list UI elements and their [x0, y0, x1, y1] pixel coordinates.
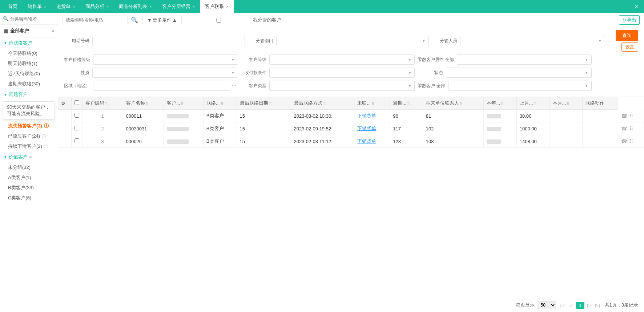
sidebar-item-c-class[interactable]: C类客户(6) [0, 193, 58, 203]
payment-select[interactable]: ▼ [269, 68, 415, 78]
search-input[interactable] [63, 16, 128, 24]
settings-button[interactable]: 设置 [621, 42, 638, 52]
cell-last-method[interactable]: 下销货单 [354, 122, 390, 135]
region-more-dots[interactable]: ··· [230, 82, 238, 89]
settings-icon[interactable]: ⚙ [61, 101, 65, 106]
sidebar-all-customers[interactable]: ▦ 全部客户 « [0, 25, 58, 37]
nature-select[interactable]: ▼ [92, 68, 238, 78]
status-select[interactable]: ▼ [446, 68, 592, 78]
sidebar-group-pending-header[interactable]: ▼ 待联络客户 [0, 37, 58, 48]
th-this-month[interactable]: 本月...⇅ [550, 97, 583, 110]
cell-type: B类客户 [203, 122, 237, 135]
th-settings[interactable]: ⚙ [58, 97, 71, 110]
more-conditions-btn[interactable]: ▼ 更多条件 ▲ [147, 17, 177, 23]
th-name[interactable]: 客户名称⇅ [123, 97, 164, 110]
query-button[interactable]: 查询 [616, 30, 638, 41]
nav-purchase-close[interactable]: × [73, 4, 75, 9]
sidebar-item-ungrouped[interactable]: 未分组(32) [0, 162, 58, 173]
person-select[interactable]: ▼ [460, 36, 605, 46]
current-page[interactable]: 1 [576, 302, 584, 309]
nav-goods-list[interactable]: 商品分析列表 × [114, 0, 157, 13]
nav-home[interactable]: 首页 [3, 0, 23, 13]
nav-sales[interactable]: 销售单 × [23, 0, 51, 13]
sidebar-item-b-class[interactable]: B类客户(33) [0, 183, 58, 193]
nav-customer-contact-close[interactable]: × [226, 4, 228, 9]
nav-sales-close[interactable]: × [44, 4, 46, 9]
nav-goods-analysis[interactable]: 商品分析 × [80, 0, 114, 13]
th-type[interactable]: 客户...⇅ [164, 97, 203, 110]
customer-level-select[interactable]: ▼ [269, 54, 415, 65]
export-button[interactable]: ↻ 导出 [619, 15, 640, 25]
cell-last-method[interactable]: 下销货单 [354, 110, 390, 122]
search-button[interactable]: 🔍 [131, 17, 138, 24]
th-last-date[interactable]: 最后联络日期⇅ [237, 97, 291, 110]
th-no-contact[interactable]: 未联...⇅ [354, 97, 390, 110]
cell-actions: ☎ ⠿ [618, 135, 644, 148]
first-page-btn[interactable]: |◁ [559, 302, 567, 309]
my-customers-checkbox[interactable] [186, 18, 251, 23]
sidebar-item-a-class[interactable]: A类客户(1) [0, 173, 58, 183]
info-icon3: ⓘ [44, 144, 48, 149]
contact-icon[interactable]: ☎ [621, 138, 627, 144]
row-checkbox[interactable] [75, 126, 79, 130]
arrow-down-icon3: ▼ [4, 155, 7, 159]
th-contact-person[interactable]: 往来单位联系人⇅ [423, 97, 483, 110]
sidebar-item-today[interactable]: 今天待联络(0) [0, 48, 58, 58]
scatter-attr-select[interactable]: ▼ [457, 54, 592, 65]
th-last-method[interactable]: 最后联络方式⇅ [291, 97, 354, 110]
price-level-select[interactable]: ▼ [93, 54, 238, 65]
sidebar-search-input[interactable] [10, 16, 55, 21]
cell-checkbox [71, 110, 82, 122]
blurred-name [167, 114, 189, 118]
tooltip-box: 90天未交易的客户，可能有流失风险。 [3, 101, 55, 119]
last-page-btn[interactable]: ▷| [594, 302, 601, 309]
per-page-select[interactable]: 50 20 100 [538, 301, 556, 309]
select-all-checkbox[interactable] [75, 100, 79, 105]
sidebar-item-declining[interactable]: 持续下滑客户(2) ⓘ [0, 141, 58, 151]
contact-icon[interactable]: ☎ [621, 126, 627, 131]
nav-customer-layer-close[interactable]: × [193, 4, 195, 9]
person-more-dots[interactable]: ··· [605, 38, 613, 44]
method-link[interactable]: 下销货单 [357, 138, 376, 144]
th-contact-count[interactable]: 联络...⇅ [203, 97, 237, 110]
sidebar-item-week[interactable]: 近7天待联络(0) [0, 69, 58, 79]
more-action-icon[interactable]: ⠿ [629, 126, 633, 131]
region-input[interactable] [93, 81, 230, 91]
scatter-select[interactable]: ▼ [448, 81, 592, 91]
next-page-btn[interactable]: ▷ [586, 302, 592, 309]
row-checkbox[interactable] [75, 113, 79, 118]
dept-select[interactable]: ▼ [276, 36, 429, 46]
my-customers-filter[interactable]: 我分管的客户 [186, 17, 281, 23]
nav-customer-contact[interactable]: 客户联系 × [200, 0, 233, 13]
more-action-icon[interactable]: ⠿ [629, 113, 633, 119]
th-last-month[interactable]: 上月...⇅ [516, 97, 550, 110]
nav-goods-list-close[interactable]: × [149, 4, 152, 9]
sidebar-group-problem-label: 问题客户 [9, 91, 28, 98]
sidebar-item-churn-warning[interactable]: 流失预警客户(3) ⓘ [0, 121, 58, 131]
sidebar-group-value-header[interactable]: ▼ 价值客户 ✏ [0, 151, 58, 162]
close-all-btn[interactable]: × [632, 3, 641, 10]
cell-code: 000026 [123, 135, 164, 148]
method-link[interactable]: 下销货单 [357, 113, 376, 118]
sidebar-group-problem-header[interactable]: ▼ 问题客户 [0, 89, 58, 100]
th-this-year[interactable]: 本年...⇅ [484, 97, 517, 110]
customer-type-select[interactable]: ▼ [269, 81, 415, 91]
nav-purchase[interactable]: 进货单 × [51, 0, 80, 13]
phone-input[interactable] [92, 36, 245, 46]
collapse-icon[interactable]: « [52, 29, 54, 33]
method-link[interactable]: 下销货单 [357, 126, 376, 131]
more-action-icon[interactable]: ⠿ [629, 138, 633, 144]
nav-goods-analysis-close[interactable]: × [106, 4, 109, 9]
th-overdue[interactable]: 逾期...⇅ [390, 97, 423, 110]
edit-icon[interactable]: ✏ [29, 155, 32, 159]
nav-customer-layer[interactable]: 客户分层经营 × [157, 0, 200, 13]
prev-page-btn[interactable]: ◁ [568, 302, 575, 309]
sidebar-item-overdue[interactable]: 逾期未联络(30) [0, 79, 58, 89]
row-checkbox[interactable] [75, 138, 79, 143]
cell-last-method[interactable]: 下销货单 [354, 135, 390, 148]
sidebar-item-churned[interactable]: 已流失客户(24) ⓘ [0, 131, 58, 141]
blurred-person [487, 139, 501, 144]
contact-icon[interactable]: ☎ [621, 113, 627, 119]
th-code[interactable]: 客户编码⇅ [82, 97, 123, 110]
sidebar-item-tomorrow[interactable]: 明天待联络(1) [0, 58, 58, 69]
